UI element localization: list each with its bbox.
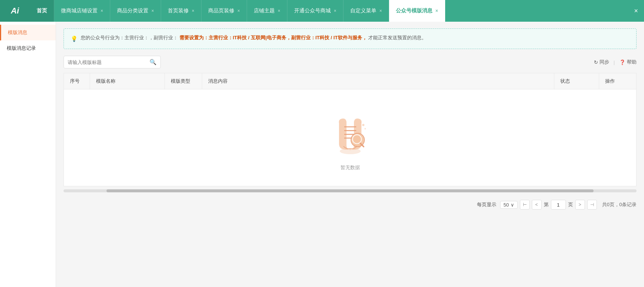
empty-text: 暂无数据: [341, 164, 360, 171]
page-size-value: 50: [503, 202, 509, 208]
table-header-row: 序号 模版名称 模版类型 消息内容 状态 操作: [64, 73, 637, 89]
sync-icon: ↻: [594, 59, 598, 65]
tab-shop-theme-label: 店铺主题: [254, 7, 275, 14]
tab-home[interactable]: 首页: [30, 0, 54, 22]
tab-product-category[interactable]: 商品分类设置 ×: [110, 0, 161, 22]
tab-weshop-close[interactable]: ×: [101, 8, 103, 13]
scrollbar-thumb[interactable]: [107, 189, 594, 192]
tab-open-wechat-label: 开通公众号商城: [294, 7, 331, 14]
page-number-input[interactable]: [551, 200, 566, 210]
tab-homepage-decor[interactable]: 首页装修 ×: [161, 0, 201, 22]
last-page-button[interactable]: ⊣: [587, 200, 597, 210]
tab-home-label: 首页: [37, 7, 47, 14]
search-icon[interactable]: 🔍: [150, 59, 157, 65]
main-layout: 模版消息 模版消息记录 💡 您的公众号行业为：主营行业：，副营行业： 需要设置为…: [0, 22, 644, 287]
col-seq: 序号: [64, 73, 90, 89]
notice-banner: 💡 您的公众号行业为：主营行业：，副营行业： 需要设置为：主营行业：IT科技 /…: [64, 28, 637, 49]
col-content: 消息内容: [202, 73, 554, 89]
page-size-select[interactable]: 50 ∨: [500, 201, 517, 209]
pagination: 每页显示 50 ∨ ⊢ < 第 页 > ⊣ 共0页，0条记录: [64, 195, 637, 210]
toolbar: 🔍 ↻ 同步 | ❓ 帮助: [64, 56, 637, 68]
tab-weshop-label: 微商城店铺设置: [61, 7, 98, 14]
tab-product-decor[interactable]: 商品页装修 ×: [201, 0, 247, 22]
tab-weshop-settings[interactable]: 微商城店铺设置 ×: [54, 0, 110, 22]
tab-shop-theme[interactable]: 店铺主题 ×: [247, 0, 287, 22]
first-page-button[interactable]: ⊢: [520, 200, 530, 210]
tab-template-msg-label: 公众号模版消息: [396, 7, 432, 14]
tab-bar: Ai 首页 微商城店铺设置 × 商品分类设置 × 首页装修 × 商品页装修 × …: [0, 0, 644, 22]
tab-custom-menu-label: 自定义菜单: [350, 7, 376, 14]
tab-open-wechat-close[interactable]: ×: [334, 8, 336, 13]
scrollbar-track[interactable]: [64, 189, 637, 192]
data-table: 序号 模版名称 模版类型 消息内容 状态 操作: [64, 73, 637, 89]
tab-custom-menu[interactable]: 自定义菜单 ×: [343, 0, 389, 22]
toolbar-right: ↻ 同步 | ❓ 帮助: [594, 59, 637, 65]
tab-product-decor-close[interactable]: ×: [237, 8, 240, 13]
help-label: 帮助: [627, 59, 637, 65]
toolbar-divider: |: [614, 59, 615, 65]
col-status: 状态: [554, 73, 599, 89]
tab-shop-theme-close[interactable]: ×: [278, 8, 280, 13]
prev-page-button[interactable]: <: [532, 200, 542, 210]
search-box[interactable]: 🔍: [64, 56, 161, 68]
scroll-area: [64, 186, 637, 195]
notice-highlight: 需要设置为：主营行业：IT科技 / 互联网|电子商务，副营行业：IT科技 / I…: [179, 35, 367, 40]
svg-point-9: [364, 128, 366, 129]
empty-illustration: [328, 112, 373, 157]
tab-bar-close-all[interactable]: ×: [634, 7, 638, 15]
page-prefix: 第: [544, 201, 549, 208]
sidebar: 模版消息 模版消息记录: [0, 22, 56, 287]
content-area: 💡 您的公众号行业为：主营行业：，副营行业： 需要设置为：主营行业：IT科技 /…: [56, 22, 644, 287]
svg-point-8: [362, 124, 364, 126]
tab-homepage-decor-label: 首页装修: [168, 7, 189, 14]
page-suffix: 页: [568, 201, 573, 208]
search-input[interactable]: [68, 59, 150, 65]
page-size-label: 每页显示: [477, 201, 496, 208]
notice-icon: 💡: [71, 34, 78, 43]
next-page-button[interactable]: >: [575, 200, 585, 210]
total-info: 共0页，0条记录: [602, 201, 637, 208]
sidebar-item-template-msg-log[interactable]: 模版消息记录: [0, 40, 56, 56]
col-name: 模版名称: [90, 73, 165, 89]
sync-label: 同步: [600, 59, 609, 65]
help-button[interactable]: ❓ 帮助: [619, 59, 637, 65]
sync-button[interactable]: ↻ 同步: [594, 59, 609, 65]
svg-point-10: [360, 122, 361, 123]
tab-template-msg[interactable]: 公众号模版消息 ×: [389, 0, 445, 22]
tab-product-category-close[interactable]: ×: [151, 8, 154, 13]
help-icon: ❓: [619, 59, 625, 65]
col-action: 操作: [599, 73, 637, 89]
tab-custom-menu-close[interactable]: ×: [379, 8, 382, 13]
tab-template-msg-close[interactable]: ×: [435, 8, 438, 13]
col-type: 模版类型: [165, 73, 202, 89]
logo: Ai: [0, 0, 30, 22]
tab-open-wechat-shop[interactable]: 开通公众号商城 ×: [287, 0, 343, 22]
empty-state: 暂无数据: [64, 89, 637, 186]
sidebar-item-template-msg[interactable]: 模版消息: [0, 25, 56, 40]
page-size-chevron: ∨: [511, 202, 514, 208]
tab-product-decor-label: 商品页装修: [208, 7, 234, 14]
notice-text: 您的公众号行业为：主营行业：，副营行业： 需要设置为：主营行业：IT科技 / 互…: [81, 34, 426, 42]
tab-product-category-label: 商品分类设置: [117, 7, 148, 14]
tab-homepage-decor-close[interactable]: ×: [192, 8, 194, 13]
